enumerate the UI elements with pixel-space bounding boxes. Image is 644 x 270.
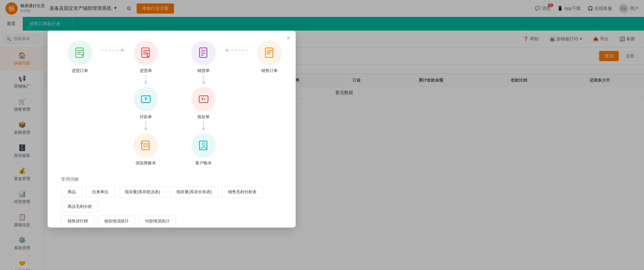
modal-box: × — [48, 31, 296, 228]
purchase-bill-node[interactable] — [134, 41, 158, 65]
flow-col-1: 进货订单 — [61, 41, 99, 74]
common-functions-title: 常用功能 — [61, 176, 282, 182]
sales-order-node[interactable] — [257, 41, 282, 65]
func-btn-goods[interactable]: 商品 — [61, 186, 82, 198]
flow-col-4: 销售订单 — [251, 41, 288, 74]
v-arrow-payment — [144, 75, 147, 84]
purchase-bill-label: 进货单 — [140, 68, 152, 74]
flow-diagram: 进货订单 — [61, 41, 282, 166]
sales-bill-icon — [197, 47, 210, 59]
func-btn-stock-dist[interactable]: 现存量(库存分布表) — [170, 186, 218, 198]
purchase-order-icon — [74, 47, 86, 59]
flow-col-3: 销货单 ¥+ — [185, 41, 222, 166]
svg-rect-10 — [142, 141, 149, 150]
svg-text:¥: ¥ — [144, 96, 147, 101]
customer-account-icon — [197, 139, 210, 151]
arrow-h-1 — [99, 48, 127, 52]
func-btn-receipt-stat[interactable]: 收款情况统计 — [98, 216, 135, 227]
receipt-label: 收款单 — [197, 114, 210, 120]
sales-order-label: 销售订单 — [261, 68, 278, 74]
v-arrow-customer — [202, 121, 205, 130]
purchase-order-node[interactable] — [68, 41, 92, 65]
receipt-icon: ¥+ — [197, 93, 210, 105]
modal-content: 进货订单 — [48, 31, 296, 228]
sales-bill-node-wrap: 销货单 — [191, 41, 216, 74]
payment-node-wrap: ¥ 付款单 — [134, 87, 158, 120]
common-functions-section: 常用功能 商品 往来单位 现存量(库存状况表) 现存量(库存分布表) 销售毛利分… — [61, 176, 282, 227]
arrow-h-2 — [222, 48, 251, 52]
flow-col-2: 进货单 ¥ 付 — [127, 41, 164, 166]
svg-rect-14 — [141, 142, 143, 144]
customer-account-label: 客户账本 — [195, 160, 212, 166]
payment-node[interactable]: ¥ — [134, 87, 158, 111]
payment-icon: ¥ — [140, 93, 152, 105]
receipt-node[interactable]: ¥+ — [191, 87, 216, 111]
payment-label: 付款单 — [140, 114, 152, 120]
svg-rect-15 — [199, 48, 207, 57]
customer-account-wrap: 客户账本 — [191, 133, 216, 166]
sales-order-node-wrap: 销售订单 — [257, 41, 282, 74]
sales-order-icon — [263, 47, 276, 59]
func-btn-partner[interactable]: 往来单位 — [86, 186, 115, 198]
func-btn-sales-profit[interactable]: 销售毛利分析表 — [222, 186, 263, 198]
supplier-account-label: 供应商账本 — [136, 160, 156, 166]
purchase-bill-icon — [140, 47, 152, 59]
supplier-account-node[interactable] — [134, 133, 158, 158]
sales-bill-node[interactable] — [191, 41, 216, 65]
v-arrow-supplier — [144, 121, 147, 130]
supplier-account-wrap: 供应商账本 — [134, 133, 158, 166]
svg-point-23 — [202, 143, 205, 145]
func-btn-sales-rank[interactable]: 销售排行榜 — [61, 216, 94, 227]
func-btn-goods-profit[interactable]: 商品毛利分析 — [61, 201, 99, 212]
svg-text:¥+: ¥+ — [202, 97, 206, 101]
sales-bill-label: 销货单 — [197, 68, 210, 74]
func-btn-stock-status[interactable]: 现存量(库存状况表) — [118, 186, 167, 198]
modal-overlay: × — [0, 0, 644, 270]
supplier-account-icon — [140, 139, 152, 151]
customer-account-node[interactable] — [191, 133, 216, 158]
modal-close-button[interactable]: × — [286, 35, 290, 42]
purchase-order-label: 进货订单 — [72, 68, 88, 74]
func-btn-payment-stat[interactable]: 付款情况统计 — [139, 216, 176, 227]
function-buttons-group-2: 销售排行榜 收款情况统计 付款情况统计 — [61, 216, 282, 227]
purchase-order-node-wrap: 进货订单 — [68, 41, 92, 74]
purchase-bill-node-wrap: 进货单 — [134, 41, 158, 74]
receipt-node-wrap: ¥+ 收款单 — [191, 87, 216, 120]
function-buttons-group: 商品 往来单位 现存量(库存状况表) 现存量(库存分布表) 销售毛利分析表 商品… — [61, 186, 282, 212]
v-arrow-receipt — [202, 75, 205, 84]
